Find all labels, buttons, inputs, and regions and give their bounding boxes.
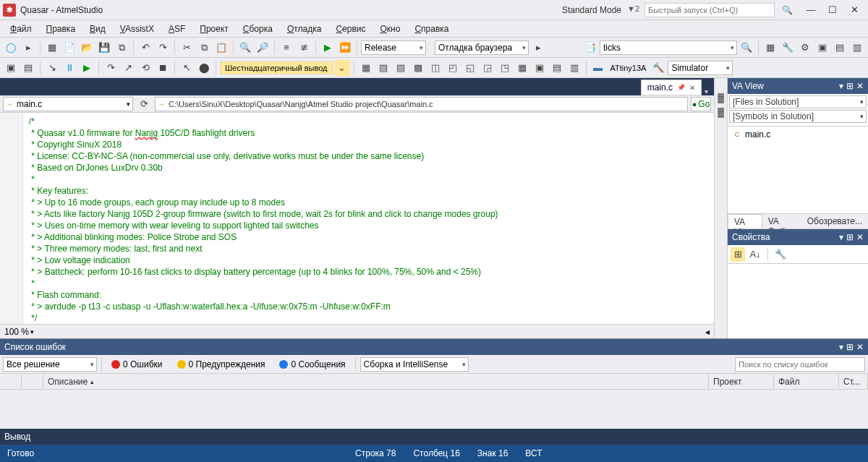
panel-menu-icon[interactable]: ▾ (839, 232, 843, 242)
win12-icon[interactable]: ▤ (549, 60, 565, 76)
error-scope-combo[interactable]: Все решение (3, 357, 97, 372)
menu-view[interactable]: Вид (82, 22, 113, 36)
hex-output-button[interactable]: Шестнадцатеричный вывод (220, 61, 333, 74)
run-icon[interactable]: ⏩ (337, 40, 353, 56)
menu-edit[interactable]: Правка (39, 22, 83, 36)
ext2-icon[interactable]: 🔧 (780, 40, 796, 56)
side-marker-icon[interactable]: ▓ (718, 107, 724, 117)
zoom-caret-icon[interactable]: ▾ (30, 328, 34, 335)
config-combo[interactable]: Release (361, 40, 426, 55)
dbg-2-icon[interactable]: ▤ (20, 60, 36, 76)
code-line[interactable]: * > Battcheck: perform 10-16 fast clicks… (29, 266, 714, 278)
menu-help[interactable]: Справка (407, 22, 456, 36)
go-button[interactable]: ●Go (691, 97, 711, 111)
doc-tab-main-c[interactable]: main.c 📌 ✕ (641, 80, 702, 95)
debug-browser-combo[interactable]: Отладка браузера (435, 40, 529, 55)
panel-close-icon[interactable]: ✕ (856, 342, 864, 352)
save-all-icon[interactable]: ⧉ (114, 40, 129, 56)
pause-icon[interactable]: ⏸ (61, 60, 77, 76)
props-cat-icon[interactable]: ⊞ (731, 247, 745, 262)
dbg-1-icon[interactable]: ▣ (3, 60, 19, 76)
properties-header[interactable]: Свойства ▾⊞✕ (728, 229, 868, 245)
win5-icon[interactable]: ◫ (427, 60, 443, 76)
tab-explorer[interactable]: Обозревате... (801, 214, 868, 228)
va-files-combo[interactable]: [Files in Solution] (729, 95, 867, 108)
tab-va-outline[interactable]: VA Outline (762, 214, 801, 228)
code-line[interactable]: * Copyright SinuX 2018 (29, 139, 714, 150)
file-path-box[interactable]: C:\Users\SinuX\Desktop\Quasar\Nanjg\Atme… (155, 97, 688, 111)
pin-icon[interactable]: 📌 (677, 84, 685, 91)
copy-icon[interactable]: ⧉ (196, 40, 212, 56)
menu-service[interactable]: Сервис (328, 22, 373, 36)
undo-icon[interactable]: ↶ (137, 40, 153, 56)
error-search-input[interactable] (735, 357, 865, 372)
forward-icon[interactable]: ▸ (20, 40, 36, 56)
search-icon[interactable]: 🔍 (782, 5, 793, 15)
code-line[interactable]: * Based on DrJones LuxDrv 0.30b (29, 162, 714, 174)
win11-icon[interactable]: ▣ (532, 60, 548, 76)
browser-go-icon[interactable]: ▸ (530, 40, 546, 56)
close-button[interactable]: ✕ (843, 4, 865, 17)
panel-close-icon[interactable]: ✕ (856, 81, 864, 91)
win3-icon[interactable]: ▨ (393, 60, 409, 76)
panel-menu-icon[interactable]: ▾ (839, 342, 843, 352)
stop-icon[interactable]: ⏹ (155, 60, 171, 76)
menu-debug[interactable]: Отладка (280, 22, 328, 36)
win4-icon[interactable]: ▩ (410, 60, 426, 76)
hscroll-left-icon[interactable]: ◂ (705, 327, 710, 337)
messages-filter[interactable]: 0 Сообщения (274, 357, 350, 372)
chip-icon[interactable]: ▬ (590, 60, 606, 76)
ext5-icon[interactable]: ▤ (832, 40, 848, 56)
code-line[interactable]: * (29, 174, 714, 185)
menu-window[interactable]: Окно (373, 22, 407, 36)
code-line[interactable]: * Quasar v1.0 firmware for Nanjg 105C/D … (29, 127, 714, 139)
col-line[interactable]: Ст... (839, 374, 868, 389)
props-wrench-icon[interactable]: 🔧 (773, 247, 788, 262)
nav-sync-icon[interactable]: ⟳ (136, 96, 152, 112)
minimize-button[interactable]: — (800, 4, 822, 17)
ext6-icon[interactable]: ▥ (849, 40, 865, 56)
step-over-icon[interactable]: ↷ (103, 60, 119, 76)
code-line[interactable]: * > Up to 16 mode groups, each group may… (29, 197, 714, 208)
redo-icon[interactable]: ↷ (155, 40, 171, 56)
new-file-icon[interactable]: 📄 (61, 40, 77, 56)
win1-icon[interactable]: ▦ (358, 60, 374, 76)
error-grid-body[interactable] (0, 390, 868, 429)
cut-icon[interactable]: ✂ (179, 40, 195, 56)
col-icon[interactable] (0, 374, 22, 389)
error-list-header[interactable]: Список ошибок ▾⊞✕ (0, 339, 868, 355)
find-next-icon[interactable]: 🔍 (739, 40, 754, 56)
code-line[interactable]: * Key features: (29, 185, 714, 197)
win9-icon[interactable]: ◳ (497, 60, 513, 76)
output-panel-header[interactable]: Вывод (0, 429, 868, 445)
va-view-header[interactable]: VA View ▾⊞✕ (728, 78, 868, 94)
filter-icon[interactable]: ▼2 (627, 4, 639, 16)
restart-icon[interactable]: ⟲ (137, 60, 153, 76)
col-file[interactable]: Файл (774, 374, 839, 389)
code-editor[interactable]: /* * Quasar v1.0 firmware for Nanjg 105C… (0, 113, 714, 324)
menu-build[interactable]: Сборка (236, 22, 280, 36)
panel-menu-icon[interactable]: ▾ (839, 81, 843, 91)
close-tab-icon[interactable]: ✕ (689, 84, 695, 92)
back-icon[interactable]: ◯ (3, 40, 19, 56)
tab-overflow-icon[interactable]: ▾ (702, 87, 711, 95)
paste-icon[interactable]: 📋 (213, 40, 229, 56)
win10-icon[interactable]: ▦ (514, 60, 530, 76)
props-az-icon[interactable]: A↓ (748, 247, 762, 262)
code-line[interactable]: * Flash command: (29, 289, 714, 301)
start-debug-icon[interactable]: ▶ (320, 40, 336, 56)
code-line[interactable]: * > Additional blinking modes: Police St… (29, 231, 714, 243)
step-into-icon[interactable]: ↘ (44, 60, 60, 76)
uncomment-icon[interactable]: ≢ (296, 40, 312, 56)
code-line[interactable]: * > avrdude -p t13 -c usbasp -u -Uflash:… (29, 301, 714, 312)
breakpoint-icon[interactable]: ⬤ (196, 60, 212, 76)
code-line[interactable]: */ (29, 312, 714, 324)
code-line[interactable]: /* (29, 116, 714, 127)
tree-item-main-c[interactable]: C main.c (732, 129, 864, 140)
comment-icon[interactable]: ≡ (278, 40, 294, 56)
hammer-icon[interactable]: 🔨 (650, 60, 666, 76)
maximize-button[interactable]: ☐ (822, 4, 843, 17)
code-line[interactable]: * > Three memory modes: last, first and … (29, 243, 714, 254)
replace-icon[interactable]: 🔎 (255, 40, 271, 56)
panel-pin-icon[interactable]: ⊞ (846, 81, 854, 91)
